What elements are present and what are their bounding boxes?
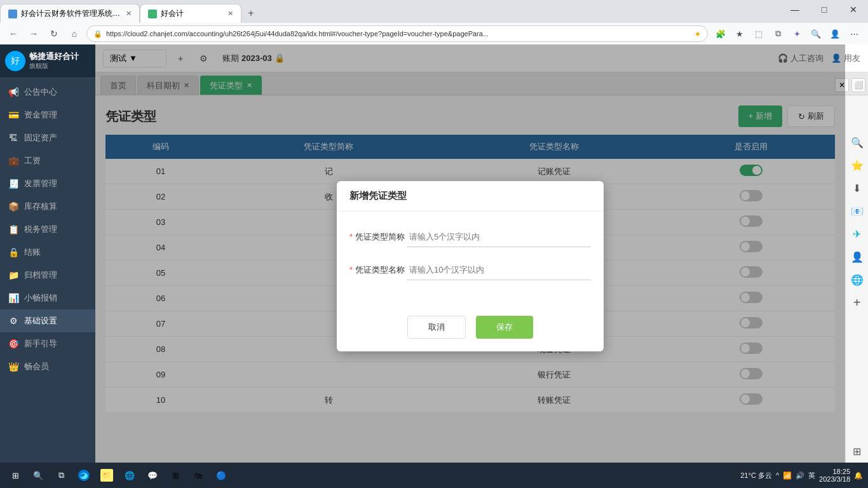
favorites-button[interactable]: ★	[731, 25, 749, 43]
sidebar-item-fixed-assets-label: 固定资产	[24, 132, 57, 144]
tab-expand-button[interactable]: ⬜	[851, 78, 865, 92]
profile-button[interactable]: 👤	[826, 25, 844, 43]
new-tab-button[interactable]: +	[241, 4, 261, 23]
sidebar-item-announcement-label: 公告中心	[24, 86, 57, 98]
sidebar-item-salary-label: 工资	[24, 155, 41, 166]
sidebar-item-tax-label: 税务管理	[24, 224, 57, 235]
taskbar-store[interactable]: 🛍	[188, 465, 208, 485]
sidebar-item-inventory[interactable]: 📦 库存核算	[0, 195, 95, 218]
forward-button[interactable]: →	[25, 25, 42, 42]
taskbar-edge[interactable]	[74, 465, 94, 485]
extensions-button[interactable]: 🧩	[712, 25, 729, 43]
copilot-button[interactable]: ✦	[788, 25, 806, 43]
sidebar-item-archive-label: 归档管理	[24, 269, 57, 281]
taskbar-clock[interactable]: 18:25 2023/3/18	[819, 468, 850, 483]
star-sidebar-icon[interactable]: ⭐	[848, 156, 866, 174]
maximize-button[interactable]: □	[810, 0, 839, 19]
full-name-field: 凭证类型名称	[349, 260, 591, 280]
close-icon: 🔒	[8, 247, 19, 258]
sidebar-item-funds[interactable]: 💳 资金管理	[0, 104, 95, 126]
taskbar-apps[interactable]: ⊞	[165, 465, 186, 485]
lock-icon: 🔒	[93, 30, 102, 38]
add-sidebar-icon[interactable]: +	[848, 294, 866, 311]
member-icon: 👑	[8, 361, 19, 372]
taskbar-volume-icon: 🔊	[796, 471, 804, 480]
invoice-icon: 🧾	[8, 178, 19, 189]
sidebar-item-archive[interactable]: 📁 归档管理	[0, 264, 95, 287]
right-sidebar: 🔍 ⭐ ⬇ 📧 ✈ 👤 🌐 + ⊞ ⚙	[845, 95, 868, 488]
azure-sidebar-icon[interactable]: 🌐	[848, 271, 866, 288]
reload-button[interactable]: ↻	[46, 25, 62, 42]
short-name-label: 凭证类型简称	[349, 231, 407, 243]
user-sidebar-icon[interactable]: 👤	[848, 248, 866, 266]
taskbar-wechat[interactable]: 💬	[142, 465, 163, 485]
splitscreen-button[interactable]: ⧉	[769, 25, 787, 43]
taskbar-search[interactable]: 🔍	[28, 465, 48, 485]
browser-tab-2[interactable]: 好会计 ✕	[140, 4, 241, 23]
sidebar-item-fixed-assets[interactable]: 🏗 固定资产	[0, 126, 95, 149]
taskbar-edge2[interactable]: 🔵	[211, 465, 231, 485]
sidebar-item-settings-label: 基础设置	[24, 315, 57, 327]
taskbar: ⊞ 🔍 ⧉ 📁 🌐 💬 ⊞ 🛍 🔵 21°C 多云 ^ 📶 🔊 英 18:25 …	[0, 463, 868, 488]
sidebar-item-member-label: 畅会员	[24, 361, 49, 372]
inventory-icon: 📦	[8, 201, 19, 212]
sidebar-item-member[interactable]: 👑 畅会员	[0, 355, 95, 378]
settings-icon: ⚙	[8, 315, 19, 327]
full-name-input[interactable]	[407, 260, 591, 280]
home-button[interactable]: ⌂	[66, 25, 83, 42]
notification-icon[interactable]: 🔔	[854, 471, 863, 480]
logo-sub: 旗舰版	[29, 62, 79, 71]
menu-button[interactable]: ⋯	[845, 25, 863, 43]
dialog-title: 新增凭证类型	[349, 190, 407, 202]
sidebar-item-inventory-label: 库存核算	[24, 201, 57, 212]
sidebar-item-guide-label: 新手引导	[24, 338, 57, 349]
sidebar-item-report-label: 小畅报销	[24, 292, 57, 304]
taskbar-date: 2023/3/18	[819, 475, 850, 483]
sidebar-item-invoice-label: 发票管理	[24, 178, 57, 189]
logo-text: 畅捷通好合计	[29, 51, 79, 62]
collections-button[interactable]: ⬚	[750, 25, 768, 43]
short-name-field: 凭证类型简称	[349, 227, 591, 247]
search-sidebar-icon[interactable]: 🔍	[848, 133, 866, 151]
download-sidebar-icon[interactable]: ⬇	[848, 179, 866, 197]
sidebar-item-invoice[interactable]: 🧾 发票管理	[0, 172, 95, 195]
tab2-title: 好会计	[161, 8, 224, 19]
save-button[interactable]: 保存	[476, 316, 533, 339]
back-button[interactable]: ←	[5, 25, 22, 42]
minimize-button[interactable]: —	[780, 0, 810, 19]
dialog-footer: 取消 保存	[337, 308, 604, 351]
cancel-button[interactable]: 取消	[407, 316, 466, 339]
archive-icon: 📁	[8, 269, 19, 281]
tab2-close[interactable]: ✕	[227, 10, 233, 18]
start-button[interactable]: ⊞	[5, 465, 25, 485]
taskbar-multitask[interactable]: ⧉	[51, 465, 71, 485]
dialog-overlay: 新增凭证类型 凭证类型简称 凭证类型名称 取消 保存	[95, 44, 845, 488]
bookmark-icon[interactable]: ★	[695, 30, 701, 38]
send-sidebar-icon[interactable]: ✈	[848, 225, 866, 243]
sidebar-item-report[interactable]: 📊 小畅报销	[0, 287, 95, 309]
browser-tab-1[interactable]: 好会计云财务软件管理系统_会计 ✕	[0, 4, 140, 23]
bing-search-button[interactable]: 🔍	[807, 25, 825, 43]
sidebar-logo: 好 畅捷通好合计 旗舰版	[0, 44, 95, 78]
taskbar-file[interactable]: 📁	[97, 465, 117, 485]
funds-icon: 💳	[8, 109, 19, 121]
sidebar-item-announcement[interactable]: 📢 公告中心	[0, 81, 95, 104]
outlook-sidebar-icon[interactable]: 📧	[848, 202, 866, 220]
sidebar-item-salary[interactable]: 💼 工资	[0, 149, 95, 172]
taskbar-up-icon: ^	[776, 471, 779, 479]
grid-sidebar-icon[interactable]: ⊞	[848, 442, 866, 460]
dialog-body: 凭证类型简称 凭证类型名称	[337, 212, 604, 308]
tab1-close[interactable]: ✕	[126, 10, 132, 18]
short-name-input[interactable]	[407, 227, 591, 247]
sidebar-item-close[interactable]: 🔒 结账	[0, 241, 95, 264]
fixed-assets-icon: 🏗	[8, 132, 19, 144]
guide-icon: 🎯	[8, 338, 19, 349]
address-bar[interactable]: 🔒 https://cloud2.chanjet.com/accounting/…	[86, 25, 708, 42]
full-name-label: 凭证类型名称	[349, 264, 407, 276]
user-label: 用友	[844, 53, 860, 64]
taskbar-chrome[interactable]: 🌐	[119, 465, 140, 485]
sidebar-item-settings[interactable]: ⚙ 基础设置	[0, 309, 95, 332]
sidebar-item-guide[interactable]: 🎯 新手引导	[0, 332, 95, 355]
sidebar-item-tax[interactable]: 📋 税务管理	[0, 218, 95, 241]
close-button[interactable]: ✕	[839, 0, 868, 19]
